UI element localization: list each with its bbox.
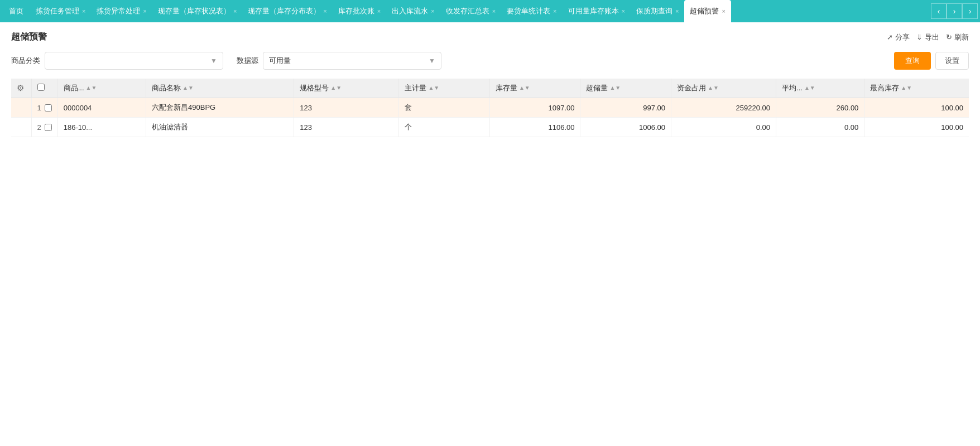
close-tab-8[interactable]: × xyxy=(622,8,625,14)
row-stock: 1106.00 xyxy=(489,118,580,137)
th-capital[interactable]: 资金占用 ▲▼ xyxy=(671,79,776,98)
nav-home[interactable]: 首页 xyxy=(2,6,30,16)
th-settings: ⚙ xyxy=(11,79,31,98)
close-tab-0[interactable]: × xyxy=(82,8,85,14)
sort-icon-product-code: ▲▼ xyxy=(86,85,97,91)
sort-avg[interactable]: 平均... ▲▼ xyxy=(782,83,815,93)
close-tab-4[interactable]: × xyxy=(377,8,381,14)
category-select[interactable]: ▼ xyxy=(45,52,223,70)
nav-tab-7[interactable]: 要货单统计表 × xyxy=(501,0,562,22)
page-content: 超储预警 ➚ 分享 ⇓ 导出 ↻ 刷新 商品分类 ▼ 数据源 xyxy=(0,22,980,446)
row-checkbox[interactable] xyxy=(45,104,52,112)
refresh-icon: ↻ xyxy=(946,33,952,41)
sort-spec[interactable]: 规格型号 ▲▼ xyxy=(300,83,342,93)
nav-more-button[interactable]: › xyxy=(962,3,978,19)
table-row: 2 186-10... 机油滤清器 123 个 1106.00 1006.00 … xyxy=(11,118,969,137)
nav-tab-0[interactable]: 拣货任务管理 × xyxy=(30,0,91,22)
sort-overage[interactable]: 超储量 ▲▼ xyxy=(586,83,621,93)
refresh-button[interactable]: ↻ 刷新 xyxy=(946,32,969,42)
th-product-name[interactable]: 商品名称 ▲▼ xyxy=(146,79,294,98)
settings-button[interactable]: 设置 xyxy=(935,52,969,70)
category-chevron-icon: ▼ xyxy=(210,57,217,65)
nav-next-button[interactable]: › xyxy=(947,3,962,19)
datasource-select[interactable]: 可用量 ▼ xyxy=(263,52,441,70)
row-number: 2 xyxy=(37,123,41,132)
th-product-code[interactable]: 商品... ▲▼ xyxy=(57,79,146,98)
sort-icon-overage: ▲▼ xyxy=(609,85,621,91)
sort-capital[interactable]: 资金占用 ▲▼ xyxy=(677,83,719,93)
data-table: ⚙ 商品... ▲▼ 商品名称 ▲▼ xyxy=(11,79,969,137)
close-tab-2[interactable]: × xyxy=(233,8,237,14)
row-settings-cell xyxy=(11,118,31,137)
category-filter: 商品分类 ▼ xyxy=(11,52,223,70)
row-unit: 套 xyxy=(399,98,490,118)
close-tab-3[interactable]: × xyxy=(323,8,326,14)
nav-tab-3[interactable]: 现存量（库存分布表） × xyxy=(242,0,332,22)
row-checkbox-cell: 1 xyxy=(31,98,57,118)
sort-stock[interactable]: 库存量 ▲▼ xyxy=(496,83,530,93)
nav-tab-4[interactable]: 库存批次账 × xyxy=(333,0,386,22)
row-checkbox-cell: 2 xyxy=(31,118,57,137)
close-tab-1[interactable]: × xyxy=(143,8,146,14)
export-button[interactable]: ⇓ 导出 xyxy=(916,32,939,42)
nav-tab-10[interactable]: 超储预警 × xyxy=(684,0,731,22)
sort-product-name[interactable]: 商品名称 ▲▼ xyxy=(152,83,194,93)
row-max-stock: 100.00 xyxy=(864,118,969,137)
close-tab-9[interactable]: × xyxy=(675,8,679,14)
th-checkbox xyxy=(31,79,57,98)
column-settings-icon[interactable]: ⚙ xyxy=(17,83,24,93)
sort-icon-spec: ▲▼ xyxy=(330,85,342,91)
close-tab-7[interactable]: × xyxy=(553,8,556,14)
table-header-row: ⚙ 商品... ▲▼ 商品名称 ▲▼ xyxy=(11,79,969,98)
row-avg: 260.00 xyxy=(776,98,864,118)
row-capital: 259220.00 xyxy=(671,98,776,118)
sort-unit[interactable]: 主计量 ▲▼ xyxy=(405,83,439,93)
nav-tab-5[interactable]: 出入库流水 × xyxy=(386,0,440,22)
sort-icon-avg: ▲▼ xyxy=(804,85,815,91)
row-product-name: 六配套新昌490BPG xyxy=(146,98,294,118)
query-button[interactable]: 查询 xyxy=(894,52,931,70)
table-row: 1 0000004 六配套新昌490BPG 123 套 1097.00 997.… xyxy=(11,98,969,118)
sort-icon-unit: ▲▼ xyxy=(428,85,439,91)
nav-tab-1[interactable]: 拣货异常处理 × xyxy=(91,0,152,22)
select-all-checkbox[interactable] xyxy=(37,84,45,91)
nav-tab-6[interactable]: 收发存汇总表 × xyxy=(440,0,501,22)
category-label: 商品分类 xyxy=(11,56,40,66)
header-actions: ➚ 分享 ⇓ 导出 ↻ 刷新 xyxy=(887,32,969,42)
row-settings-cell xyxy=(11,98,31,118)
sort-icon-max-stock: ▲▼ xyxy=(901,85,912,91)
row-avg: 0.00 xyxy=(776,118,864,137)
nav-tab-8[interactable]: 可用量库存账本 × xyxy=(563,0,631,22)
share-button[interactable]: ➚ 分享 xyxy=(887,32,910,42)
row-number: 1 xyxy=(37,104,41,112)
row-unit: 个 xyxy=(399,118,490,137)
sort-product-code[interactable]: 商品... ▲▼ xyxy=(64,83,97,93)
row-max-stock: 100.00 xyxy=(864,98,969,118)
datasource-filter: 数据源 可用量 ▼ xyxy=(237,52,441,70)
nav-tab-2[interactable]: 现存量（库存状况表） × xyxy=(152,0,242,22)
row-checkbox[interactable] xyxy=(45,124,52,131)
th-max-stock[interactable]: 最高库存 ▲▼ xyxy=(864,79,969,98)
th-avg[interactable]: 平均... ▲▼ xyxy=(776,79,864,98)
th-unit[interactable]: 主计量 ▲▼ xyxy=(399,79,490,98)
th-overage[interactable]: 超储量 ▲▼ xyxy=(580,79,671,98)
close-tab-5[interactable]: × xyxy=(431,8,434,14)
th-spec[interactable]: 规格型号 ▲▼ xyxy=(294,79,399,98)
datasource-chevron-icon: ▼ xyxy=(429,57,435,65)
page-title: 超储预警 xyxy=(11,31,47,43)
sort-icon-capital: ▲▼ xyxy=(708,85,719,91)
nav-prev-button[interactable]: ‹ xyxy=(931,3,947,19)
sort-max-stock[interactable]: 最高库存 ▲▼ xyxy=(870,83,912,93)
sort-icon-stock: ▲▼ xyxy=(519,85,530,91)
close-tab-10[interactable]: × xyxy=(722,8,725,14)
row-product-name: 机油滤清器 xyxy=(146,118,294,137)
nav-tab-9[interactable]: 保质期查询 × xyxy=(631,0,684,22)
th-stock[interactable]: 库存量 ▲▼ xyxy=(489,79,580,98)
row-overage: 1006.00 xyxy=(580,118,671,137)
filter-bar: 商品分类 ▼ 数据源 可用量 ▼ 查询 设置 xyxy=(11,52,969,70)
top-navigation: 首页 拣货任务管理 × 拣货异常处理 × 现存量（库存状况表） × 现存量（库存… xyxy=(0,0,980,22)
close-tab-6[interactable]: × xyxy=(492,8,496,14)
share-icon: ➚ xyxy=(887,33,893,41)
row-spec: 123 xyxy=(294,118,399,137)
row-spec: 123 xyxy=(294,98,399,118)
